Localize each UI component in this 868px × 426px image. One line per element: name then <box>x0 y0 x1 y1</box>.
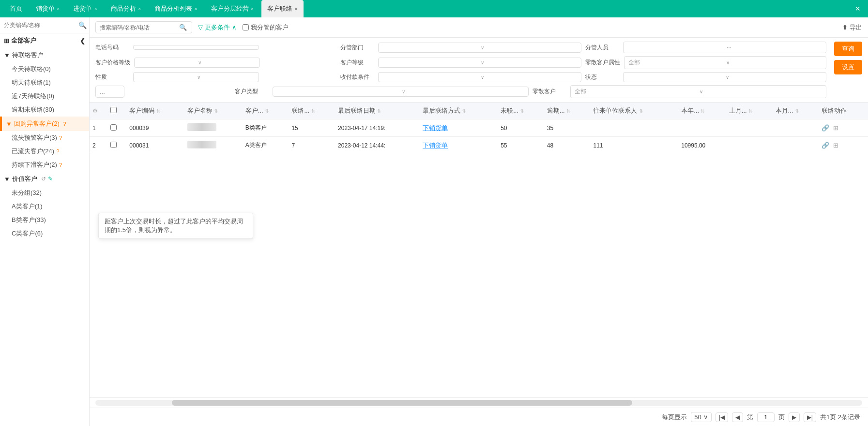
first-page-button[interactable]: |◀ <box>716 412 728 422</box>
filter-retail-select[interactable]: 全部 ∨ <box>624 56 826 69</box>
nav-tab-purchase[interactable]: 进货单 × <box>67 0 103 17</box>
th-this-month[interactable]: 本月... ⇅ <box>773 103 819 119</box>
th-type[interactable]: 客户... ⇅ <box>243 103 289 119</box>
td-last-method[interactable]: 下销货单 <box>420 137 498 154</box>
query-button[interactable]: 查询 <box>834 42 862 56</box>
filter-gender-select[interactable]: ∨ <box>133 72 259 82</box>
settings-button[interactable]: 设置 <box>834 60 862 74</box>
search-icon[interactable]: 🔍 <box>78 21 87 29</box>
td-overdue: 48 <box>544 137 591 154</box>
search-bar: 🔍 ▽ 更多条件 ∧ 我分管的客户 ⬆ 导出 <box>90 17 868 38</box>
th-code[interactable]: 客户编码 ⇅ <box>126 103 184 119</box>
close-icon[interactable]: × <box>194 6 197 12</box>
filter-status-select[interactable]: ∨ <box>623 72 826 82</box>
last-page-button[interactable]: ▶| <box>804 412 816 422</box>
sidebar-item-7days[interactable]: 近7天待联络(0) <box>0 89 89 103</box>
th-contacts[interactable]: 往来单位联系人 ⇅ <box>590 103 678 119</box>
filter-price-select[interactable]: ∨ <box>134 58 260 68</box>
filter-manager-select[interactable]: ··· <box>623 42 826 53</box>
search-icon[interactable]: 🔍 <box>179 24 187 31</box>
close-icon[interactable]: × <box>94 6 97 12</box>
row-checkbox[interactable] <box>110 142 117 148</box>
my-customers-check[interactable] <box>243 24 249 30</box>
more-conditions-button[interactable]: ▽ 更多条件 ∧ <box>198 23 237 32</box>
more-icon[interactable]: ··· <box>727 44 822 51</box>
td-contacts: 111 <box>590 137 678 154</box>
page-input[interactable] <box>757 412 775 422</box>
sidebar-item-b-class[interactable]: B类客户(33) <box>0 213 89 227</box>
td-action: 🔗 ⊞ <box>819 119 868 137</box>
th-overdue[interactable]: 逾期... ⇅ <box>544 103 591 119</box>
help-icon-warn[interactable]: ? <box>59 135 62 141</box>
help-icon[interactable]: ? <box>63 121 66 127</box>
help-icon-churned[interactable]: ? <box>56 148 59 154</box>
horizontal-scrollbar[interactable] <box>90 397 868 408</box>
page-size-select[interactable]: 50 ∨ <box>691 412 711 422</box>
help-icon-declining[interactable]: ? <box>59 162 62 168</box>
sidebar-item-tomorrow[interactable]: 明天待联络(1) <box>0 76 89 89</box>
search-input[interactable] <box>100 24 177 31</box>
export-button[interactable]: ⬆ 导出 <box>842 23 862 32</box>
next-page-button[interactable]: ▶ <box>789 412 800 422</box>
row-checkbox[interactable] <box>110 124 117 131</box>
td-last-method[interactable]: 下销货单 <box>420 119 498 137</box>
filter-level-select[interactable]: ∨ <box>378 58 581 68</box>
prev-page-button[interactable]: ◀ <box>732 412 743 422</box>
scroll-thumb[interactable] <box>172 400 632 406</box>
th-uncontacted[interactable]: 未联... ⇅ <box>498 103 544 119</box>
table-header: ⚙ 客户编码 ⇅ 客户名称 ⇅ 客户... ⇅ 联络... ⇅ 最后联络日期 ⇅… <box>90 103 868 119</box>
nav-tab-customer-contact[interactable]: 客户联络 × <box>261 0 303 17</box>
select-all-checkbox[interactable] <box>110 107 117 113</box>
sidebar-item-declining[interactable]: 持续下滑客户(2) ? <box>0 158 89 172</box>
nav-tab-customer-layered[interactable]: 客户分层经营 × <box>205 0 259 17</box>
link-action-icon[interactable]: 🔗 <box>822 124 829 132</box>
th-settings[interactable]: ⚙ <box>90 103 107 119</box>
filter-retail-customer-select[interactable]: 全部 ∨ <box>570 85 826 98</box>
sidebar-item-churned[interactable]: 已流失客户(24) ? <box>0 145 89 158</box>
my-customers-checkbox[interactable]: 我分管的客户 <box>243 23 289 32</box>
more-filter-dots[interactable]: ... <box>95 86 124 98</box>
close-icon[interactable]: × <box>138 6 141 12</box>
th-year[interactable]: 本年... ⇅ <box>678 103 726 119</box>
grid-action-icon[interactable]: ⊞ <box>833 142 838 149</box>
edit-icon[interactable]: ✎ <box>48 176 53 182</box>
collapse-icon[interactable]: ❮ <box>80 37 85 44</box>
sidebar-item-overdue[interactable]: 逾期未联络(30) <box>0 103 89 117</box>
td-checkbox <box>107 119 127 137</box>
filter-customer-type-select[interactable]: ∨ <box>273 87 529 97</box>
sort-icon: ⇅ <box>795 108 799 114</box>
sidebar-section-pending[interactable]: ▼ 待联络客户 <box>0 48 89 62</box>
sort-icon: ⇅ <box>748 108 752 114</box>
filter-payment-select[interactable]: ∨ <box>378 72 581 82</box>
nav-tab-analysis[interactable]: 商品分析 × <box>105 0 147 17</box>
sidebar-item-today[interactable]: 今天待联络(0) <box>0 62 89 76</box>
sidebar-item-a-class[interactable]: A类客户(1) <box>0 200 89 213</box>
th-contact-count[interactable]: 联络... ⇅ <box>289 103 335 119</box>
th-last-month[interactable]: 上月... ⇅ <box>726 103 773 119</box>
close-icon[interactable]: × <box>57 6 60 12</box>
link-action-icon[interactable]: 🔗 <box>822 142 829 149</box>
filter-dept-select[interactable]: ∨ <box>378 43 581 53</box>
nav-tab-analysis-list[interactable]: 商品分析列表 × <box>149 0 203 17</box>
sidebar-search-input[interactable] <box>4 22 76 29</box>
close-icon[interactable]: × <box>251 6 254 12</box>
th-last-date[interactable]: 最后联络日期 ⇅ <box>335 103 420 119</box>
sidebar-item-rebuy-abnormal[interactable]: ▼ 回购异常客户(2) ? <box>2 117 89 131</box>
th-last-method[interactable]: 最后联络方式 ⇅ <box>420 103 498 119</box>
chevron-down-icon: ∨ <box>402 89 525 94</box>
chevron-up-icon: ∧ <box>232 24 237 31</box>
refresh-icon[interactable]: ↺ <box>41 176 46 182</box>
grid-action-icon[interactable]: ⊞ <box>833 124 838 132</box>
sidebar-item-churn-warning[interactable]: 流失预警客户(3) ? <box>0 131 89 145</box>
close-all-button[interactable]: × <box>851 4 864 14</box>
sidebar-all-customers[interactable]: ⊞ 全部客户 ❮ <box>0 33 89 48</box>
sidebar-section-value[interactable]: ▼ 价值客户 ↺ ✎ <box>0 172 89 186</box>
data-table: ⚙ 客户编码 ⇅ 客户名称 ⇅ 客户... ⇅ 联络... ⇅ 最后联络日期 ⇅… <box>90 103 868 154</box>
filter-phone-select[interactable] <box>133 45 259 50</box>
nav-tab-sales[interactable]: 销货单 × <box>30 0 65 17</box>
sidebar-item-c-class[interactable]: C类客户(6) <box>0 227 89 240</box>
sidebar-item-ungroup[interactable]: 未分组(32) <box>0 186 89 200</box>
close-icon[interactable]: × <box>294 6 297 12</box>
th-name[interactable]: 客户名称 ⇅ <box>184 103 243 119</box>
nav-tab-home[interactable]: 首页 <box>4 0 28 17</box>
